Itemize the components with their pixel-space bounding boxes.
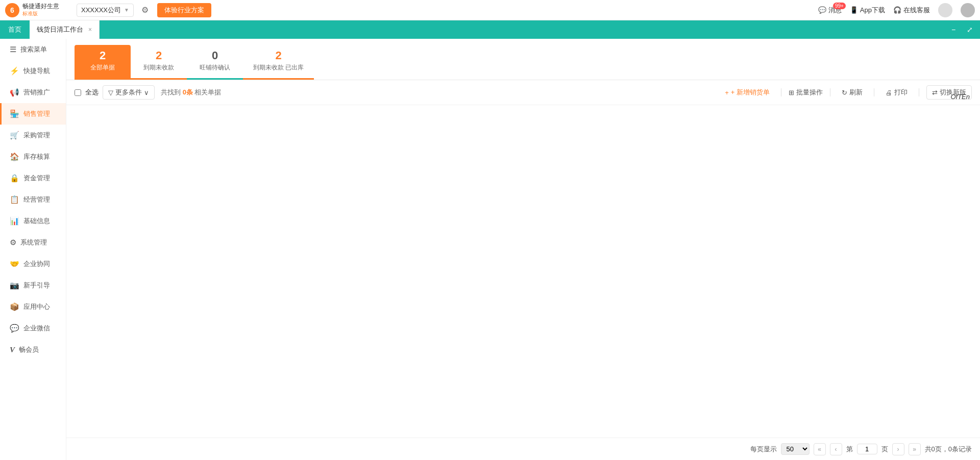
trial-btn[interactable]: 体验行业方案: [157, 3, 211, 17]
sidebar-label-inventory: 库存核算: [23, 152, 50, 161]
sidebar-label-partner: 企业协同: [23, 259, 50, 269]
main-layout: ☰ 搜索菜单 ⚡ 快捷导航 📢 营销推广 🏪 销售管理 🛒 采购管理 🏠 库存核…: [0, 39, 980, 460]
print-btn[interactable]: 🖨 打印: [881, 86, 912, 99]
app-icon: 📱: [850, 6, 858, 14]
sidebar-item-partner[interactable]: 🤝 企业协同: [0, 253, 66, 275]
add-sale-btn[interactable]: + + 新增销货单: [721, 86, 774, 99]
stat-num-overdue: 2: [141, 49, 177, 62]
company-selector[interactable]: XXXXXX公司 ▼: [77, 4, 134, 17]
search-menu-icon: ☰: [10, 45, 16, 54]
next-page-btn[interactable]: ›: [892, 443, 904, 455]
first-page-btn[interactable]: «: [814, 443, 826, 455]
last-page-btn[interactable]: »: [909, 443, 921, 455]
batch-icon: ⊞: [789, 89, 794, 96]
stat-label-overdue: 到期未收款: [141, 63, 177, 72]
stat-label-pending: 旺铺待确认: [197, 63, 233, 72]
sidebar-item-sales[interactable]: 🏪 销售管理: [0, 103, 66, 125]
page-suffix: 页: [881, 445, 888, 454]
sidebar-item-apps[interactable]: 📦 应用中心: [0, 296, 66, 318]
refresh-btn[interactable]: ↻ 刷新: [838, 86, 867, 99]
stat-tab-all[interactable]: 2 全部单据: [75, 45, 131, 80]
sidebar-label-sales: 销售管理: [23, 109, 50, 118]
quick-nav-icon: ⚡: [10, 66, 19, 76]
sidebar-label-system: 系统管理: [20, 238, 47, 247]
inventory-icon: 🏠: [10, 152, 19, 161]
purchase-icon: 🛒: [10, 131, 19, 140]
total-label: 共0页，0条记录: [925, 445, 972, 454]
divider3: [874, 88, 874, 96]
marketing-icon: 📢: [10, 88, 19, 97]
app-title: 畅捷通好生意 标准版: [22, 3, 59, 18]
stat-tab-pending[interactable]: 0 旺铺待确认: [187, 45, 243, 80]
msg-icon: 💬: [818, 6, 826, 14]
per-page-select[interactable]: 50 100 200: [781, 443, 810, 455]
operation-icon: 📋: [10, 195, 19, 204]
sidebar-item-member[interactable]: V 畅会员: [0, 339, 66, 360]
sidebar-item-purchase[interactable]: 🛒 采购管理: [0, 125, 66, 146]
service-btn[interactable]: 🎧 在线客服: [893, 6, 930, 15]
switch-icon: ⇄: [932, 89, 938, 96]
print-label: 打印: [894, 88, 908, 97]
sidebar-item-quick[interactable]: ⚡ 快捷导航: [0, 60, 66, 82]
avatar[interactable]: [938, 3, 952, 17]
sidebar-item-operation[interactable]: 📋 经营管理: [0, 189, 66, 210]
service-label: 在线客服: [903, 6, 930, 15]
filter-label: 更多条件: [115, 88, 142, 97]
sidebar-item-marketing[interactable]: 📢 营销推广: [0, 82, 66, 103]
app-label: App下载: [860, 6, 885, 15]
found-num: 0条: [183, 88, 193, 96]
sidebar-item-guide[interactable]: 📷 新手引导: [0, 275, 66, 296]
apps-icon: 📦: [10, 302, 19, 311]
tab-bar-actions: − ⤢: [947, 23, 980, 36]
prev-page-btn[interactable]: ‹: [830, 443, 842, 455]
logo-area: 6 畅捷通好生意 标准版: [5, 3, 71, 18]
app-logo-icon: 6: [5, 3, 19, 17]
stat-label-shipped: 到期未收款 已出库: [253, 63, 304, 72]
sidebar-item-finance[interactable]: 🔒 资金管理: [0, 167, 66, 189]
tab-home[interactable]: 首页: [0, 20, 30, 39]
sidebar-label-operation: 经营管理: [23, 195, 50, 204]
headset-icon: 🎧: [893, 6, 901, 14]
sidebar-item-system[interactable]: ⚙ 系统管理: [0, 232, 66, 253]
pagination: 每页显示 50 100 200 « ‹ 第 页 › » 共0页，0条记录: [66, 438, 980, 460]
batch-ops-btn[interactable]: ⊞ 批量操作: [789, 88, 823, 97]
refresh-icon: ↻: [842, 89, 847, 96]
add-icon: +: [725, 89, 729, 96]
sidebar-item-inventory[interactable]: 🏠 库存核算: [0, 146, 66, 167]
system-icon: ⚙: [10, 238, 16, 247]
tab-bar: 首页 钱货日清工作台 × − ⤢: [0, 20, 980, 39]
tab-minimize-btn[interactable]: −: [947, 23, 960, 36]
page-input[interactable]: [857, 444, 877, 454]
msg-btn[interactable]: 💬 消息 99+: [818, 6, 842, 15]
sidebar-item-wechat[interactable]: 💬 企业微信: [0, 318, 66, 339]
found-text: 共找到 0条 相关单据: [161, 88, 221, 97]
toolbar: 全选 ▽ 更多条件 ∨ 共找到 0条 相关单据 + + 新增销货单 ⊞ 批量操作: [66, 80, 980, 105]
filter-btn[interactable]: ▽ 更多条件 ∨: [103, 85, 155, 100]
table-area: [66, 105, 980, 438]
sidebar-label-marketing: 营销推广: [23, 88, 50, 97]
stat-label-all: 全部单据: [85, 63, 120, 72]
member-icon: V: [10, 346, 15, 354]
stat-tab-shipped[interactable]: 2 到期未收款 已出库: [243, 45, 314, 80]
tab-close-btn[interactable]: ×: [88, 26, 92, 33]
sidebar-label-search: 搜索菜单: [20, 45, 47, 54]
guide-icon: 📷: [10, 281, 19, 290]
sidebar-label-member: 畅会员: [19, 345, 39, 354]
sidebar-label-guide: 新手引导: [23, 281, 50, 290]
settings-icon[interactable]: ⚙: [138, 3, 152, 17]
sidebar-label-quick: 快捷导航: [23, 66, 50, 76]
app-download-btn[interactable]: 📱 App下载: [850, 6, 885, 15]
avatar2[interactable]: [961, 3, 975, 17]
sidebar-item-search[interactable]: ☰ 搜索菜单: [0, 39, 66, 60]
tab-expand-btn[interactable]: ⤢: [964, 23, 976, 36]
finance-icon: 🔒: [10, 174, 19, 183]
sidebar-item-basic[interactable]: 📊 基础信息: [0, 210, 66, 232]
filter-arrow: ∨: [144, 89, 149, 96]
select-all-checkbox[interactable]: [75, 89, 81, 96]
stat-num-all: 2: [85, 49, 120, 62]
header-right: 💬 消息 99+ 📱 App下载 🎧 在线客服: [818, 3, 975, 17]
sidebar-label-finance: 资金管理: [23, 174, 50, 183]
tab-active-label: 钱货日清工作台: [37, 25, 83, 34]
tab-active[interactable]: 钱货日清工作台 ×: [30, 20, 100, 39]
stat-tab-overdue[interactable]: 2 到期未收款: [131, 45, 187, 80]
